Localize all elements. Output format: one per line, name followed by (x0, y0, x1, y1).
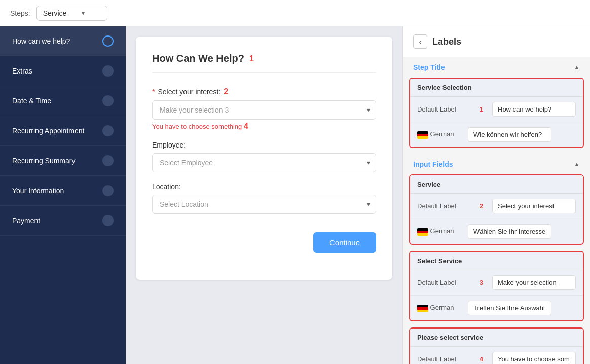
sidebar-item-recurring-appointment[interactable]: Recurring Appointment (0, 116, 126, 146)
form-title: How Can We Help? (152, 53, 244, 64)
interest-error: You have to choose something 4 (152, 122, 376, 131)
label-value: Make your selection (492, 275, 576, 290)
error-badge: 4 (244, 122, 248, 130)
continue-button[interactable]: Continue (313, 232, 376, 253)
label-row-default: Default Label 2 Select your interest (410, 194, 583, 219)
employee-select-wrapper: Select Employee ▾ (152, 153, 376, 172)
panel-header: ‹ Labels (403, 26, 590, 57)
card-title-service: Service (410, 175, 583, 194)
panel-back-button[interactable]: ‹ (413, 34, 427, 49)
label-row-default: Default Label 4 You have to choose som (410, 347, 583, 364)
main-layout: How can we help? Extras Date & Time Recu… (0, 26, 590, 364)
sidebar-item-date-time[interactable]: Date & Time (0, 86, 126, 116)
step-title-label: Step Title (413, 63, 445, 71)
flag-german-icon (417, 305, 428, 312)
label-key: Default Label (417, 355, 463, 363)
interest-group: * Select your interest: 2 Make your sele… (152, 87, 376, 131)
sidebar-icon (102, 65, 114, 77)
flag-german-icon (417, 228, 428, 236)
label-key: Default Label (417, 202, 463, 210)
input-fields-section-header[interactable]: Input Fields ▲ (403, 154, 590, 174)
form-card: How Can We Help? 1 * Select your interes… (136, 37, 392, 280)
sidebar-item-payment[interactable]: Payment (0, 206, 126, 236)
sidebar-icon (102, 125, 114, 136)
chevron-up-icon: ▲ (574, 161, 580, 168)
panel-title: Labels (432, 37, 461, 47)
employee-group: Employee: Select Employee ▾ (152, 141, 376, 172)
badge-2: 2 (480, 202, 483, 210)
interest-select[interactable]: Make your selection 3 (152, 100, 376, 120)
sidebar-item-your-information[interactable]: Your Information (0, 176, 126, 206)
badge-1: 1 (480, 105, 483, 113)
label-key: German (417, 304, 463, 312)
sidebar-icon-active (102, 35, 114, 47)
label-card-service-selection: Service Selection Default Label 1 How ca… (409, 78, 584, 148)
label-row-german: German Treffen Sie Ihre Auswahl (410, 296, 583, 320)
sidebar-icon (102, 215, 114, 226)
content-area: How Can We Help? 1 * Select your interes… (126, 26, 402, 364)
flag-german-icon (417, 131, 428, 139)
steps-value: Service (43, 9, 67, 17)
label-row-german: German Wie können wir helfen? (410, 122, 583, 147)
sidebar-item-extras[interactable]: Extras (0, 56, 126, 86)
top-bar: Steps: Service ▾ (0, 0, 590, 26)
steps-label: Steps: (10, 9, 30, 17)
sidebar-item-recurring-summary[interactable]: Recurring Summary (0, 146, 126, 176)
card-title-service-selection: Service Selection (410, 79, 583, 97)
label-card-select-service: Select Service Default Label 3 Make your… (409, 251, 584, 321)
continue-row: Continue (152, 224, 376, 255)
sidebar-icon (102, 95, 114, 106)
required-star: * (152, 88, 155, 96)
interest-select-wrapper: Make your selection 3 ▾ (152, 100, 376, 120)
interest-label: Select your interest: (158, 88, 220, 96)
input-fields-label: Input Fields (413, 160, 453, 168)
right-panel: ‹ Labels Step Title ▲ Service Selection … (402, 26, 590, 364)
label-card-service: Service Default Label 2 Select your inte… (409, 174, 584, 245)
card-title-select-service: Select Service (410, 252, 583, 270)
label-value: You have to choose som (492, 352, 576, 364)
label-value-german: Treffen Sie Ihre Auswahl (468, 301, 551, 315)
chevron-down-icon: ▾ (82, 10, 85, 17)
interest-label-row: * Select your interest: 2 (152, 87, 376, 96)
label-value-german: Wie können wir helfen? (468, 127, 551, 142)
card-title-please-select-service: Please select service (410, 329, 583, 347)
label-value: How can we help? (492, 102, 576, 117)
badge-4: 4 (480, 355, 483, 363)
employee-select[interactable]: Select Employee (152, 153, 376, 172)
label-value-german: Wählen Sie Ihr Interesse (468, 224, 551, 239)
chevron-up-icon: ▲ (574, 64, 580, 71)
sidebar-icon (102, 155, 114, 166)
label-card-please-select-service: Please select service Default Label 4 Yo… (409, 327, 584, 364)
sidebar-icon (102, 185, 114, 196)
label-key: Default Label (417, 105, 463, 113)
location-group: Location: Select Location ▾ (152, 183, 376, 214)
label-row-default: Default Label 3 Make your selection (410, 270, 583, 296)
employee-label: Employee: (152, 141, 376, 149)
label-value: Select your interest (492, 199, 576, 213)
sidebar: How can we help? Extras Date & Time Recu… (0, 26, 126, 364)
form-title-badge: 1 (249, 54, 254, 63)
steps-dropdown[interactable]: Service ▾ (36, 6, 107, 21)
location-label: Location: (152, 183, 376, 191)
label-key: German (417, 130, 463, 138)
interest-badge: 2 (224, 87, 228, 96)
location-select-wrapper: Select Location ▾ (152, 195, 376, 214)
label-key: Default Label (417, 279, 463, 286)
label-row-german: German Wählen Sie Ihr Interesse (410, 219, 583, 244)
label-key: German (417, 227, 463, 235)
sidebar-item-how-can-we-help[interactable]: How can we help? (0, 26, 126, 56)
label-row-default: Default Label 1 How can we help? (410, 97, 583, 122)
form-title-row: How Can We Help? 1 (152, 53, 376, 73)
location-select[interactable]: Select Location (152, 195, 376, 214)
step-title-section-header[interactable]: Step Title ▲ (403, 57, 590, 78)
badge-3: 3 (480, 279, 483, 286)
